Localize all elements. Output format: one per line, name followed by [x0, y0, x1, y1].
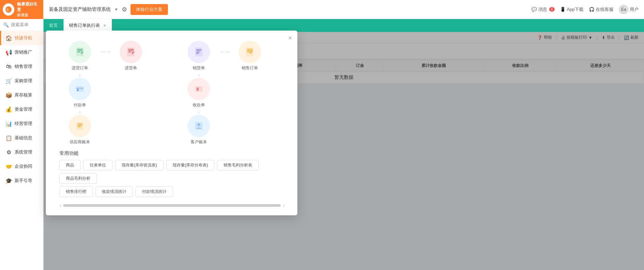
flow-item-purchase-order[interactable]: 进货订单 [59, 41, 100, 71]
svg-rect-12 [77, 125, 82, 126]
left-flow-col: 进货订单 ↓ ¥ 付款单 ↓ 供应商账本 [59, 41, 100, 145]
message-icon: 💬 [532, 7, 537, 12]
sidebar-item-operations[interactable]: 📊 经营管理 [0, 116, 43, 131]
scrollbar-track [63, 204, 281, 207]
purchase-bill-label: 进货单 [125, 65, 137, 71]
sidebar-search[interactable]: 🔍 搜索菜单 [0, 19, 43, 31]
header-right: 💬 消息 6 📱 App下载 🎧 在线客服 Ea 用户 [532, 5, 639, 14]
online-service-button[interactable]: 🎧 在线客服 [589, 6, 613, 13]
message-button[interactable]: 💬 消息 6 [532, 6, 555, 13]
sidebar-item-inventory[interactable]: 📦 库存核算 [0, 88, 43, 102]
fn-btn-stock-status[interactable]: 现存量(库存状况表) [115, 160, 163, 170]
sidebar-item-sales[interactable]: 🛍 销售管理 [0, 59, 43, 74]
sales-bill-label: 销货单 [193, 65, 205, 71]
svg-text:¥: ¥ [196, 87, 199, 92]
fn-btn-goods[interactable]: 商品 [59, 160, 81, 170]
purchase-order-icon [69, 41, 91, 63]
purchase-order-label: 进货订单 [72, 65, 88, 71]
mid-left-flow-col: 进货单 [110, 41, 151, 71]
svg-rect-3 [77, 49, 83, 50]
flow-diagram: 进货订单 ↓ ¥ 付款单 ↓ 供应商账本 - - - → [59, 41, 284, 145]
user-avatar: Ea [619, 5, 628, 14]
headset-icon: 🎧 [589, 7, 594, 12]
receipt-icon: ¥ [188, 78, 210, 100]
fn-btn-stock-dist[interactable]: 现存量(库存分布表) [166, 160, 214, 170]
svg-text:6: 6 [7, 8, 9, 12]
supplier-ledger-label: 供应商账本 [70, 139, 90, 145]
arrow-down-4: ↓ [198, 109, 200, 114]
finance-icon: 💰 [6, 106, 12, 112]
tab-close-icon[interactable]: × [103, 23, 106, 28]
sidebar-item-purchase[interactable]: 🛒 采购管理 [0, 74, 43, 88]
right-flow-col: 销售订单 [229, 41, 270, 71]
svg-rect-30 [247, 52, 250, 52]
inventory-icon: 📦 [6, 92, 12, 98]
svg-point-26 [197, 123, 200, 126]
svg-rect-13 [77, 126, 81, 127]
customer-ledger-label: 客户账本 [191, 139, 207, 145]
header-left: 装备及固定资产辅助管理系统 ▼ ⚙ 体验行业方案 [49, 4, 168, 15]
fn-btn-goods-profit[interactable]: 商品毛利分析 [59, 173, 97, 184]
flow-item-customer-ledger[interactable]: 客户账本 [178, 115, 219, 145]
app-download-button[interactable]: 📱 App下载 [560, 6, 584, 13]
supplier-ledger-icon [69, 115, 91, 137]
fn-btn-contact[interactable]: 往来单位 [83, 160, 112, 170]
fn-btn-payout-stats[interactable]: 付款情况统计 [136, 186, 173, 197]
logo-text: 畅康通好生意 标准版 [17, 1, 40, 18]
fn-btn-sales-profit[interactable]: 销售毛利分析表 [217, 160, 259, 170]
fn-btn-sales-ranking[interactable]: 销售排行榜 [59, 186, 93, 197]
sidebar-item-newbie[interactable]: 🎓 新手引导 [0, 174, 43, 188]
svg-rect-4 [77, 50, 83, 51]
sidebar-item-basic-info[interactable]: 📋 基础信息 [0, 131, 43, 145]
svg-rect-19 [196, 49, 202, 50]
svg-rect-11 [77, 124, 82, 124]
flow-item-sales-bill[interactable]: 销货单 [178, 41, 219, 71]
header: 装备及固定资产辅助管理系统 ▼ ⚙ 体验行业方案 💬 消息 6 📱 App下载 … [43, 0, 644, 19]
mid-right-flow-col: 销货单 ↓ ¥ 收款单 ↓ 客户账本 [178, 41, 219, 145]
svg-rect-5 [77, 52, 81, 52]
logo-icon: 6 [3, 3, 14, 16]
tab-home[interactable]: 首页 [43, 19, 64, 32]
fn-btn-payment-stats[interactable]: 收款情况统计 [95, 186, 133, 197]
user-menu[interactable]: Ea 用户 [619, 5, 639, 14]
phone-icon: 📱 [560, 7, 565, 12]
svg-rect-10 [76, 122, 83, 130]
svg-rect-29 [247, 50, 253, 51]
sidebar-item-marketing[interactable]: 📢 营销推广 [0, 45, 43, 59]
svg-text:¥: ¥ [76, 88, 79, 91]
settings-icon[interactable]: ⚙ [122, 6, 127, 13]
system-icon: ⚙ [6, 149, 12, 155]
flow-item-supplier-ledger[interactable]: 供应商账本 [59, 115, 100, 145]
svg-rect-17 [128, 52, 132, 52]
flow-item-payment[interactable]: ¥ 付款单 [59, 78, 100, 108]
search-icon: 🔍 [3, 22, 9, 28]
function-buttons-row1: 商品 往来单位 现存量(库存状况表) 现存量(库存分布表) 销售毛利分析表 商品… [59, 160, 284, 184]
sidebar-item-finance[interactable]: 💰 资金管理 [0, 102, 43, 116]
flow-item-sales-order[interactable]: 销售订单 [229, 41, 270, 71]
scroll-right-icon[interactable]: › [283, 202, 284, 209]
scroll-left-icon[interactable]: ‹ [59, 202, 61, 209]
sidebar-logo: 6 畅康通好生意 标准版 [0, 0, 43, 19]
scrollbar-thumb[interactable] [63, 204, 281, 207]
popup-card: × 进货订单 ↓ ¥ 付款单 ↓ 供应商账 [46, 31, 297, 215]
sidebar-item-system[interactable]: ⚙ 系统管理 [0, 145, 43, 159]
sales-bill-icon [188, 41, 210, 63]
marketing-icon: 📢 [6, 49, 12, 55]
svg-rect-22 [196, 53, 199, 54]
message-badge: 6 [549, 7, 555, 12]
arrow-down-1: ↓ [79, 72, 81, 77]
sidebar-item-quick-nav[interactable]: 🏠 快捷导航 [0, 31, 43, 45]
popup-scrollbar[interactable]: ‹ › [59, 202, 284, 209]
arrow-down-3: ↓ [198, 72, 200, 77]
tabbar: 首页 销售订单执行表 × [43, 19, 644, 32]
tab-sales-order-exec[interactable]: 销售订单执行表 × [64, 19, 112, 32]
sidebar-item-cooperation[interactable]: 🤝 企业协同 [0, 159, 43, 174]
popup-close-button[interactable]: × [288, 35, 292, 42]
purchase-icon: 🛒 [6, 78, 12, 84]
trial-button[interactable]: 体验行业方案 [130, 4, 168, 15]
arrow-h-1: - - - → [100, 41, 110, 55]
header-dropdown-icon[interactable]: ▼ [114, 7, 118, 12]
flow-item-purchase-bill[interactable]: 进货单 [110, 41, 151, 71]
flow-item-receipt[interactable]: ¥ 收款单 [178, 78, 219, 108]
svg-rect-21 [196, 52, 199, 53]
